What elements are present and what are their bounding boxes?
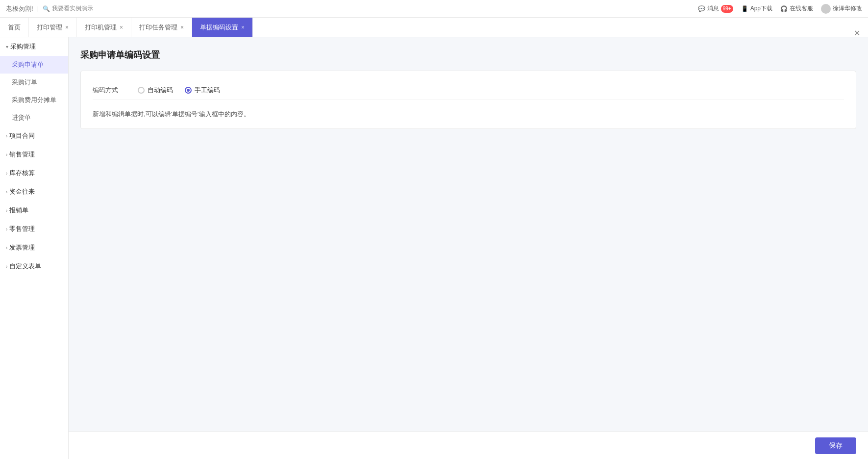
sidebar-group-inventory-title[interactable]: › 库存核算 <box>0 164 68 182</box>
tab-printer-mgmt[interactable]: 打印机管理 × <box>77 18 131 37</box>
chevron-down-icon: ▾ <box>6 44 8 50</box>
tab-bar: 首页 打印管理 × 打印机管理 × 打印任务管理 × 单据编码设置 × <box>0 18 868 37</box>
coding-method-row: 编码方式 自动编码 手工编码 <box>93 81 844 100</box>
radio-manual-label: 手工编码 <box>195 86 220 95</box>
sidebar-group-invoice-title[interactable]: › 发票管理 <box>0 238 68 257</box>
sidebar-item-purchase-order-label: 采购订单 <box>12 78 37 87</box>
search-icon: 🔍 <box>43 5 50 12</box>
message-badge: 99+ <box>721 5 733 13</box>
tab-print-task-mgmt[interactable]: 打印任务管理 × <box>131 18 192 37</box>
sidebar-group-invoice: › 发票管理 <box>0 238 68 257</box>
sidebar-group-project: › 项目合同 <box>0 127 68 145</box>
sidebar-group-capital-label: 资金往来 <box>9 187 35 196</box>
sidebar-group-retail: › 零售管理 <box>0 220 68 238</box>
chevron-right-icon-1: › <box>6 133 7 139</box>
top-bar-right: 💬 消息 99+ 📱 App下载 🎧 在线客服 徐泽华修改 <box>698 4 862 14</box>
tab-home[interactable]: 首页 <box>0 18 29 37</box>
message-button[interactable]: 💬 消息 99+ <box>698 4 733 13</box>
service-icon: 🎧 <box>780 5 788 12</box>
sidebar-group-inventory: › 库存核算 <box>0 164 68 182</box>
sidebar-item-purchase-expense[interactable]: 采购费用分摊单 <box>0 91 68 109</box>
chevron-right-icon-2: › <box>6 152 7 157</box>
page-title: 采购申请单编码设置 <box>80 49 856 61</box>
radio-auto-label: 自动编码 <box>148 86 173 95</box>
tab-voucher-code-close[interactable]: × <box>241 24 245 31</box>
search-area[interactable]: 🔍 我要看实例演示 <box>43 4 93 13</box>
sidebar-group-purchase-label: 采购管理 <box>10 42 36 51</box>
tab-print-mgmt[interactable]: 打印管理 × <box>29 18 77 37</box>
sidebar-group-purchase-title[interactable]: ▾ 采购管理 <box>0 37 68 56</box>
sidebar-item-purchase-order[interactable]: 采购订单 <box>0 74 68 91</box>
sidebar-group-retail-label: 零售管理 <box>9 225 35 233</box>
hint-text: 新增和编辑单据时,可以编辑'单据编号'输入框中的内容。 <box>93 110 844 119</box>
avatar <box>821 4 831 14</box>
sidebar-group-inventory-label: 库存核算 <box>9 169 35 178</box>
brand-text: 老板勿割! <box>6 4 33 13</box>
sidebar-group-purchase: ▾ 采购管理 采购申请单 采购订单 采购费用分摊单 进货单 <box>0 37 68 127</box>
tab-print-task-mgmt-label: 打印任务管理 <box>139 23 177 32</box>
sidebar-group-sales-title[interactable]: › 销售管理 <box>0 145 68 164</box>
tab-print-mgmt-label: 打印管理 <box>37 23 62 32</box>
content-area: 采购申请单编码设置 编码方式 自动编码 手工编码 <box>69 37 868 459</box>
sidebar-group-capital: › 资金往来 <box>0 182 68 201</box>
sidebar-group-custom-form-label: 自定义表单 <box>9 262 41 271</box>
sidebar-group-expense: › 报销单 <box>0 201 68 220</box>
tab-printer-mgmt-label: 打印机管理 <box>85 23 117 32</box>
sidebar-group-invoice-label: 发票管理 <box>9 243 35 252</box>
sidebar-group-project-title[interactable]: › 项目合同 <box>0 127 68 145</box>
online-service-button[interactable]: 🎧 在线客服 <box>780 4 813 13</box>
sidebar-group-sales-label: 销售管理 <box>9 150 35 159</box>
tab-printer-mgmt-close[interactable]: × <box>120 24 123 31</box>
main-layout: ▾ 采购管理 采购申请单 采购订单 采购费用分摊单 进货单 <box>0 37 868 459</box>
footer-bar: 保存 <box>69 432 868 459</box>
sidebar-group-capital-title[interactable]: › 资金往来 <box>0 182 68 201</box>
sidebar-group-expense-label: 报销单 <box>9 206 28 215</box>
search-text: 我要看实例演示 <box>52 4 93 13</box>
sidebar: ▾ 采购管理 采购申请单 采购订单 采购费用分摊单 进货单 <box>0 37 69 459</box>
sidebar-group-project-label: 项目合同 <box>9 131 35 140</box>
close-panel-button[interactable]: ✕ <box>852 26 862 40</box>
chevron-right-icon-8: › <box>6 264 7 269</box>
chevron-right-icon-4: › <box>6 189 7 195</box>
top-bar-left: 老板勿割! | 🔍 我要看实例演示 <box>6 4 93 13</box>
app-icon: 📱 <box>741 5 748 12</box>
radio-manual-circle <box>185 87 192 94</box>
radio-auto-option[interactable]: 自动编码 <box>138 86 173 95</box>
app-download-label: App下载 <box>750 4 772 13</box>
settings-card: 编码方式 自动编码 手工编码 新增和编辑单据时,可以编 <box>80 71 856 129</box>
chevron-right-icon-3: › <box>6 171 7 176</box>
message-icon: 💬 <box>698 5 705 12</box>
sidebar-item-stock-in-label: 进货单 <box>12 113 31 122</box>
chevron-right-icon-7: › <box>6 245 7 251</box>
sidebar-group-custom-form: › 自定义表单 <box>0 257 68 276</box>
sidebar-group-sales: › 销售管理 <box>0 145 68 164</box>
save-button[interactable]: 保存 <box>815 437 856 454</box>
radio-group: 自动编码 手工编码 <box>138 86 220 95</box>
sidebar-group-retail-title[interactable]: › 零售管理 <box>0 220 68 238</box>
tab-print-mgmt-close[interactable]: × <box>65 24 69 31</box>
sidebar-item-stock-in[interactable]: 进货单 <box>0 109 68 127</box>
radio-manual-option[interactable]: 手工编码 <box>185 86 220 95</box>
message-label: 消息 <box>707 4 719 13</box>
sidebar-item-purchase-expense-label: 采购费用分摊单 <box>12 96 56 104</box>
sidebar-item-purchase-request-label: 采购申请单 <box>12 60 44 69</box>
chevron-right-icon-6: › <box>6 227 7 232</box>
tab-home-label: 首页 <box>8 23 21 32</box>
sidebar-group-expense-title[interactable]: › 报销单 <box>0 201 68 220</box>
divider-1: | <box>37 5 39 12</box>
app-download-button[interactable]: 📱 App下载 <box>741 4 772 13</box>
tab-voucher-code-label: 单据编码设置 <box>200 23 238 32</box>
content-inner: 采购申请单编码设置 编码方式 自动编码 手工编码 <box>69 37 868 432</box>
sidebar-group-custom-form-title[interactable]: › 自定义表单 <box>0 257 68 276</box>
user-menu[interactable]: 徐泽华修改 <box>821 4 862 14</box>
tab-print-task-mgmt-close[interactable]: × <box>180 24 184 31</box>
radio-auto-circle <box>138 87 145 94</box>
coding-method-label: 编码方式 <box>93 86 122 95</box>
user-name: 徐泽华修改 <box>833 4 862 13</box>
sidebar-item-purchase-request[interactable]: 采购申请单 <box>0 56 68 74</box>
chevron-right-icon-5: › <box>6 208 7 213</box>
tab-voucher-code[interactable]: 单据编码设置 × <box>192 18 253 37</box>
online-service-label: 在线客服 <box>790 4 813 13</box>
top-bar: 老板勿割! | 🔍 我要看实例演示 💬 消息 99+ 📱 App下载 🎧 在线客… <box>0 0 868 18</box>
